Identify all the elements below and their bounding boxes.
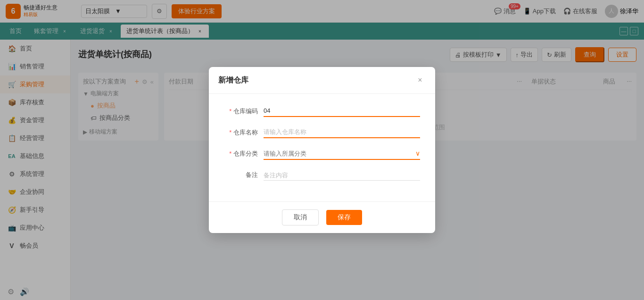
modal-backdrop: 新增仓库 × 仓库编码 仓库名称 仓库分类 ∨ [0,0,644,300]
name-input[interactable] [264,126,420,138]
form-row-code: 仓库编码 [224,105,420,117]
save-button[interactable]: 保存 [326,210,362,225]
form-row-category: 仓库分类 ∨ [224,148,420,160]
form-row-name: 仓库名称 [224,126,420,138]
dialog-title: 新增仓库 [218,75,248,85]
category-select[interactable]: ∨ [264,148,420,160]
dialog-close-button[interactable]: × [414,75,426,86]
dialog-body: 仓库编码 仓库名称 仓库分类 ∨ 备注 [209,94,435,201]
dialog-footer: 取消 保存 [209,201,435,233]
dialog-header: 新增仓库 × [209,67,435,94]
category-label: 仓库分类 [224,150,258,158]
cancel-button[interactable]: 取消 [282,209,319,225]
remark-input[interactable] [264,169,420,181]
category-input[interactable] [264,150,415,157]
select-arrow-icon: ∨ [415,150,420,157]
code-input[interactable] [264,105,420,117]
code-label: 仓库编码 [224,107,258,116]
new-warehouse-dialog: 新增仓库 × 仓库编码 仓库名称 仓库分类 ∨ [209,67,435,233]
form-row-remark: 备注 [224,169,420,181]
name-label: 仓库名称 [224,128,258,137]
remark-label: 备注 [224,171,258,179]
